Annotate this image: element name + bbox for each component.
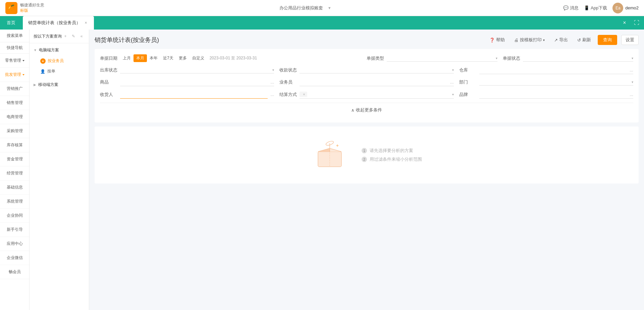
empty-hint-2: 2 用过滤条件来缩小分析范围 xyxy=(362,156,422,162)
query-button[interactable]: 查询 xyxy=(598,35,617,45)
filter-card: 单据日期 上月 本月 本年 近7天 更多 自定义 2023-03-01 至 20… xyxy=(95,49,639,122)
left-panel-section-mobile-header[interactable]: ▶ 移动端方案 xyxy=(30,79,89,90)
sidebar-item-system[interactable]: 系统管理 xyxy=(0,195,29,209)
left-panel-item-by-salesperson[interactable]: ● 按业务员 xyxy=(30,56,89,66)
product-dots[interactable]: ... xyxy=(270,80,274,85)
empty-hint-1: 1 请先选择要分析的方案 xyxy=(362,148,413,154)
app-download-button[interactable]: 📱 App下载 xyxy=(584,5,607,11)
date-btn-more[interactable]: 更多 xyxy=(176,54,190,62)
left-panel-add-button[interactable]: + xyxy=(62,33,69,40)
sidebar-item-operation[interactable]: 经营管理 xyxy=(0,166,29,180)
sidebar: 搜索菜单 快捷导航 零售管理 批发管理 营销推广 销售管理 电商管理 采购管理 xyxy=(0,30,30,310)
date-range-text: 2023-03-01 至 2023-03-31 xyxy=(210,55,257,61)
message-button[interactable]: 💬 消息 xyxy=(563,5,579,11)
print-button[interactable]: 🖨 按模板打印 ▾ xyxy=(512,36,547,44)
sidebar-item-enterprise[interactable]: 企业协同 xyxy=(0,209,29,223)
username-label: demo2 xyxy=(625,5,639,10)
left-panel-item-by-order[interactable]: 👤 按单 xyxy=(30,66,89,76)
settle-tag-close-button[interactable]: × xyxy=(303,92,305,96)
sidebar-item-inventory[interactable]: 库存核算 xyxy=(0,138,29,152)
date-filter-row: 上月 本月 本年 近7天 更多 自定义 2023-03-01 至 2023-03… xyxy=(120,54,361,62)
receiver-input[interactable] xyxy=(120,91,268,99)
payment-status-select[interactable]: ▾ xyxy=(300,67,453,73)
salesperson-label: 业务员 xyxy=(279,79,297,85)
left-panel-section-pc: ▼ 电脑端方案 ● 按业务员 👤 按单 xyxy=(30,43,89,78)
print-dropdown-icon: ▾ xyxy=(543,38,545,42)
page-actions: ❓ 帮助 🖨 按模板打印 ▾ ↗ 导出 ↺ 刷新 xyxy=(487,35,639,45)
doc-status-select[interactable]: ▾ xyxy=(523,55,634,62)
content-area: 按以下方案查询 + ✎ « ▼ 电脑端方案 ● 按业务员 👤 按 xyxy=(30,30,644,310)
left-panel-edit-button[interactable]: ✎ xyxy=(70,33,77,40)
brand-dots[interactable]: ... xyxy=(630,92,633,97)
tab-home[interactable]: 首页 xyxy=(0,16,22,30)
collapse-icon: ∧ xyxy=(351,108,355,113)
print-icon: 🖨 xyxy=(514,38,519,43)
help-button[interactable]: ❓ 帮助 xyxy=(487,36,507,44)
left-panel-collapse-button[interactable]: « xyxy=(78,33,85,40)
sidebar-search[interactable]: 搜索菜单 xyxy=(0,30,29,42)
top-nav-label[interactable]: 办公用品行业模拟账套 xyxy=(277,4,326,12)
svg-text:✦: ✦ xyxy=(335,143,339,148)
left-panel-section-pc-header[interactable]: ▼ 电脑端方案 xyxy=(30,45,89,56)
page-header: 销货单统计表(按业务员) ❓ 帮助 🖨 按模板打印 ▾ ↗ 导出 xyxy=(95,35,639,45)
help-icon: ❓ xyxy=(489,38,495,43)
date-btn-this-year[interactable]: 本年 xyxy=(147,54,160,62)
date-btn-last-month[interactable]: 上月 xyxy=(120,54,133,62)
tab-active[interactable]: 销货单统计表（按业务员） × xyxy=(23,16,94,30)
sidebar-item-finance[interactable]: 资金管理 xyxy=(0,152,29,166)
doc-status-field: 单据状态 ▾ xyxy=(503,55,634,62)
salesperson-dots[interactable]: ... xyxy=(450,80,454,85)
department-select[interactable]: ▾ xyxy=(479,79,633,86)
doc-status-label: 单据状态 xyxy=(503,55,520,61)
settings-button[interactable]: 设置 xyxy=(621,35,639,45)
sidebar-quick-nav[interactable]: 快捷导航 xyxy=(0,42,29,54)
tab-close-button[interactable]: × xyxy=(83,20,89,25)
warehouse-select[interactable]: ... xyxy=(479,66,633,74)
sidebar-item-retail[interactable]: 零售管理 xyxy=(0,54,29,68)
header-right: 💬 消息 📱 App下载 Ea demo2 xyxy=(563,3,639,13)
sidebar-item-apps[interactable]: 应用中心 xyxy=(0,237,29,251)
product-label: 商品 xyxy=(100,79,117,85)
receiver-label: 收货人 xyxy=(100,92,117,98)
user-avatar-area[interactable]: Ea demo2 xyxy=(612,3,639,13)
sidebar-item-purchase[interactable]: 采购管理 xyxy=(0,124,29,138)
mobile-section-arrow-icon: ▶ xyxy=(34,83,36,87)
brand-label: 品牌 xyxy=(459,92,477,98)
settle-select[interactable]: × ▾ xyxy=(300,90,453,99)
doc-type-select[interactable]: ▾ xyxy=(387,55,497,62)
salesperson-field: 业务员 ... xyxy=(279,78,453,86)
sidebar-item-wholesale[interactable]: 批发管理 xyxy=(0,68,29,82)
product-select[interactable]: ... xyxy=(120,78,274,86)
receiver-field: 收货人 ... xyxy=(100,91,274,99)
date-btn-custom[interactable]: 自定义 xyxy=(190,54,207,62)
brand-select[interactable]: ... xyxy=(479,91,633,99)
window-close-button[interactable]: × xyxy=(620,18,629,28)
sidebar-item-ecom[interactable]: 电商管理 xyxy=(0,110,29,124)
collapse-button[interactable]: ∧ 收起更多条件 xyxy=(347,106,386,114)
empty-state-illustration: ✦ · · xyxy=(311,140,348,170)
nav-dropdown-icon[interactable]: ▾ xyxy=(328,5,331,10)
sidebar-item-newbie[interactable]: 新手引导 xyxy=(0,223,29,237)
receiver-dots[interactable]: ... xyxy=(270,92,274,97)
top-nav: 办公用品行业模拟账套 ▾ xyxy=(277,4,331,12)
tab-bar: 首页 销货单统计表（按业务员） × × ⛶ xyxy=(0,16,644,30)
sidebar-item-wechat[interactable]: 企业微信 xyxy=(0,251,29,265)
product-field: 商品 ... xyxy=(100,78,274,86)
window-max-button[interactable]: ⛶ xyxy=(632,18,641,28)
salesperson-select[interactable]: ... xyxy=(300,78,453,86)
sidebar-item-sales[interactable]: 销售管理 xyxy=(0,96,29,110)
top-header: 🍊 畅捷通好生意 标版 办公用品行业模拟账套 ▾ 💬 消息 📱 App下载 Ea… xyxy=(0,0,644,16)
date-btn-7days[interactable]: 近7天 xyxy=(160,54,176,62)
refresh-button[interactable]: ↺ 刷新 xyxy=(575,36,594,44)
sidebar-item-member[interactable]: 畅会员 xyxy=(0,265,29,279)
wholesale-arrow-icon xyxy=(22,74,24,75)
out-status-select[interactable]: ▾ xyxy=(120,67,274,73)
department-chevron-icon: ▾ xyxy=(632,80,633,84)
retail-arrow-icon xyxy=(22,60,24,61)
sidebar-item-base[interactable]: 基础信息 xyxy=(0,180,29,195)
sidebar-item-marketing[interactable]: 营销推广 xyxy=(0,82,29,96)
tab-bar-right: × ⛶ xyxy=(620,18,644,28)
date-btn-this-month[interactable]: 本月 xyxy=(133,54,147,62)
export-button[interactable]: ↗ 导出 xyxy=(551,36,571,44)
warehouse-dots[interactable]: ... xyxy=(630,67,633,72)
